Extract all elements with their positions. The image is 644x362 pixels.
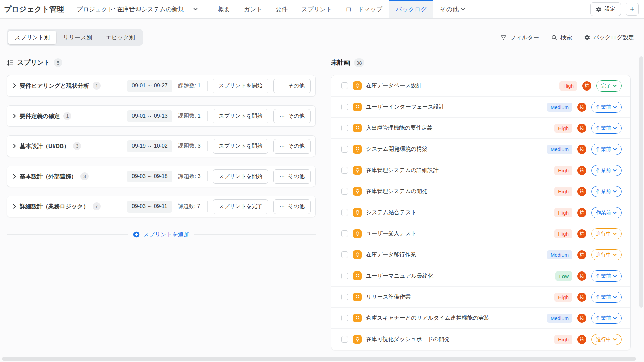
- nav-tab[interactable]: バックログ: [389, 0, 433, 18]
- view-tab[interactable]: スプリント別: [8, 31, 56, 44]
- status-dropdown[interactable]: 作業前: [591, 186, 622, 197]
- row-checkbox[interactable]: [341, 167, 348, 174]
- settings-button[interactable]: 設定: [590, 2, 621, 16]
- row-checkbox[interactable]: [341, 251, 348, 258]
- sprint-more-button[interactable]: ⋯ その他: [273, 199, 311, 214]
- row-checkbox[interactable]: [341, 336, 348, 343]
- status-dropdown[interactable]: 作業前: [591, 292, 622, 303]
- task-title[interactable]: システム開発環境の構築: [366, 145, 427, 153]
- backlog-row: ユーザー受入テスト High 祐 進行中: [331, 223, 630, 244]
- task-title[interactable]: ユーザーマニュアル最終化: [366, 272, 433, 280]
- status-dropdown[interactable]: 進行中: [591, 228, 622, 239]
- sprint-date-range: 09-01 ～ 09-27: [127, 80, 172, 92]
- assignee-avatar[interactable]: 祐: [577, 187, 586, 196]
- row-checkbox[interactable]: [341, 82, 348, 89]
- assignee-avatar[interactable]: 祐: [577, 208, 586, 217]
- status-dropdown[interactable]: 作業前: [591, 144, 622, 155]
- task-title[interactable]: 在庫可視化ダッシュボードの開発: [366, 336, 450, 343]
- assignee-avatar[interactable]: 祐: [577, 124, 586, 133]
- backlog-settings-button[interactable]: バックログ設定: [584, 34, 634, 41]
- task-title[interactable]: 倉庫スキャナーとのリアルタイム連携機能の実装: [366, 314, 489, 322]
- view-tab[interactable]: リリース別: [56, 31, 99, 44]
- chevron-right-icon[interactable]: [13, 144, 16, 148]
- nav-tab[interactable]: ロードマップ: [339, 0, 389, 18]
- status-dropdown[interactable]: 作業前: [591, 123, 622, 134]
- nav-tab[interactable]: 要件: [269, 0, 294, 18]
- assignee-avatar[interactable]: 祐: [577, 166, 586, 175]
- status-dropdown[interactable]: 完了: [596, 80, 622, 92]
- add-button[interactable]: +: [626, 3, 639, 16]
- assignee-avatar[interactable]: 祐: [577, 335, 586, 344]
- task-title[interactable]: 入出庫管理機能の要件定義: [366, 124, 432, 132]
- sprint-action-label: スプリントを開始: [219, 113, 262, 120]
- task-title[interactable]: 在庫管理システムの開発: [366, 188, 427, 195]
- chevron-right-icon[interactable]: [13, 114, 16, 118]
- status-dropdown[interactable]: 作業前: [591, 165, 622, 176]
- row-checkbox[interactable]: [341, 273, 348, 279]
- task-title[interactable]: ユーザー受入テスト: [366, 230, 416, 237]
- task-title[interactable]: ユーザーインターフェース設計: [366, 103, 444, 111]
- sprint-action-button[interactable]: スプリントを開始: [213, 109, 268, 123]
- horizontal-scrollbar[interactable]: [2, 357, 636, 361]
- task-title[interactable]: リリース準備作業: [366, 293, 411, 301]
- view-tab[interactable]: エピック別: [99, 31, 142, 44]
- backlog-row: 倉庫スキャナーとのリアルタイム連携機能の実装 Medium 祐 作業前: [331, 308, 630, 329]
- row-checkbox[interactable]: [341, 230, 348, 237]
- task-title[interactable]: 在庫データベース設計: [366, 82, 422, 89]
- nav-tab[interactable]: その他: [433, 0, 472, 18]
- status-dropdown[interactable]: 作業前: [591, 270, 622, 282]
- chevron-right-icon[interactable]: [13, 174, 16, 179]
- add-sprint-button[interactable]: スプリントを追加: [133, 231, 190, 238]
- sort-list-icon: [7, 59, 14, 66]
- sprint-action-button[interactable]: スプリントを開始: [213, 169, 268, 184]
- sprint-more-button[interactable]: ⋯ その他: [273, 79, 311, 93]
- row-checkbox[interactable]: [341, 209, 348, 216]
- status-dropdown[interactable]: 作業前: [591, 102, 622, 113]
- nav-tab[interactable]: ガント: [237, 0, 269, 18]
- task-title[interactable]: 在庫管理システムの詳細設計: [366, 167, 438, 174]
- nav-tab[interactable]: 概要: [212, 0, 237, 18]
- assignee-avatar[interactable]: 祐: [582, 81, 591, 90]
- status-dropdown[interactable]: 進行中: [591, 334, 622, 345]
- vertical-scrollbar[interactable]: [639, 56, 643, 308]
- chevron-right-icon[interactable]: [13, 204, 16, 209]
- status-label: 作業前: [596, 146, 611, 153]
- assignee-avatar[interactable]: 祐: [577, 293, 586, 302]
- status-dropdown[interactable]: 作業前: [591, 313, 622, 324]
- search-button[interactable]: 検索: [551, 34, 572, 41]
- filter-button[interactable]: フィルター: [500, 34, 539, 41]
- divider-line: [7, 234, 128, 235]
- status-dropdown[interactable]: 作業前: [591, 207, 622, 218]
- lightbulb-icon: [355, 337, 360, 342]
- row-checkbox[interactable]: [341, 315, 348, 321]
- sprint-more-button[interactable]: ⋯ その他: [273, 109, 311, 123]
- task-title[interactable]: システム結合テスト: [366, 209, 417, 216]
- sprint-action-button[interactable]: スプリントを完了: [213, 199, 268, 214]
- nav-tab[interactable]: スプリント: [294, 0, 339, 18]
- status-label: 進行中: [596, 336, 611, 343]
- sprint-more-button[interactable]: ⋯ その他: [273, 169, 311, 184]
- status-dropdown[interactable]: 進行中: [591, 249, 622, 260]
- assignee-avatar[interactable]: 祐: [577, 145, 586, 154]
- sprint-issues: 課題数: 3: [178, 173, 201, 180]
- assignee-avatar[interactable]: 祐: [577, 272, 586, 281]
- sprint-action-button[interactable]: スプリントを開始: [213, 139, 268, 154]
- assignee-avatar[interactable]: 祐: [577, 314, 586, 323]
- assignee-avatar[interactable]: 祐: [577, 229, 586, 238]
- sprint-card: 要件ヒアリングと現状分析 1 09-01 ～ 09-27 課題数: 1 スプリン…: [7, 75, 316, 97]
- sprint-more-button[interactable]: ⋯ その他: [273, 139, 311, 154]
- header-divider: [70, 5, 70, 14]
- lightbulb-icon: [355, 83, 360, 89]
- assignee-avatar[interactable]: 祐: [577, 103, 586, 112]
- settings-button-label: 設定: [605, 6, 615, 13]
- row-checkbox[interactable]: [341, 146, 348, 153]
- row-checkbox[interactable]: [341, 104, 348, 110]
- row-checkbox[interactable]: [341, 125, 348, 131]
- chevron-right-icon[interactable]: [13, 83, 16, 88]
- assignee-avatar[interactable]: 祐: [577, 250, 586, 259]
- row-checkbox[interactable]: [341, 294, 348, 300]
- row-checkbox[interactable]: [341, 188, 348, 195]
- project-selector[interactable]: プロジェクト: 在庫管理システムの新規...: [76, 5, 198, 13]
- task-title[interactable]: 在庫データ移行作業: [366, 251, 416, 258]
- sprint-action-button[interactable]: スプリントを開始: [213, 79, 268, 93]
